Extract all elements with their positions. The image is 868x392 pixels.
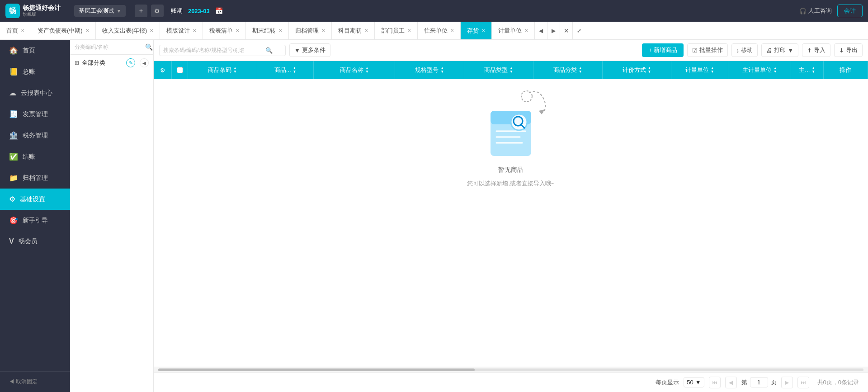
tab-period-transfer-close[interactable]: ✕ — [278, 28, 282, 33]
sidebar-item-reports[interactable]: ☁ 云报表中心 — [0, 82, 70, 104]
filter-button[interactable]: ▼ 更多条件 — [289, 43, 330, 57]
category-edit-icon[interactable]: ✎ — [126, 58, 135, 67]
th-name-label: 商品名称 — [340, 66, 363, 74]
horizontal-scrollbar[interactable] — [154, 367, 868, 372]
sidebar-item-ledger[interactable]: 📒 总账 — [0, 61, 70, 82]
tab-subject[interactable]: 科目期初 ✕ — [332, 22, 375, 40]
sort-arrows-price-method[interactable]: ▲▼ — [648, 66, 651, 74]
add-button[interactable]: ＋ — [135, 5, 147, 17]
import-button[interactable]: ⬆ 导入 — [802, 43, 830, 57]
sidebar-item-home[interactable]: 🏠 首页 — [0, 40, 70, 61]
member-icon: V — [9, 237, 14, 246]
sidebar-item-close[interactable]: ✅ 结账 — [0, 146, 70, 167]
th-spec[interactable]: 规格型号 ▲▼ — [395, 61, 464, 79]
sort-arrows-extra[interactable]: ▲▼ — [811, 66, 815, 74]
page-number-input[interactable] — [750, 377, 768, 387]
table-scroll-area[interactable]: 暂无商品 您可以选择新增,或者直接导入哦~ — [154, 79, 868, 367]
tab-tax-label: 税表清单 — [209, 27, 233, 35]
settings-icon[interactable]: ⚙ — [151, 5, 164, 17]
th-code[interactable]: 商品... ▲▼ — [257, 61, 314, 79]
th-category[interactable]: 商品分类 ▲▼ — [533, 61, 603, 79]
th-name[interactable]: 商品名称 ▲▼ — [314, 61, 395, 79]
tab-expand-btn[interactable]: ⤢ — [573, 22, 585, 40]
tab-archive[interactable]: 归档管理 ✕ — [289, 22, 332, 40]
th-price-method[interactable]: 计价方式 ▲▼ — [603, 61, 672, 79]
tab-archive-close[interactable]: ✕ — [321, 28, 325, 33]
tab-inventory-close[interactable]: ✕ — [481, 28, 485, 33]
sidebar-unpin-button[interactable]: ◀ 取消固定 — [0, 371, 70, 392]
category-all-item[interactable]: ⊞ 全部分类 ✎ ◀ — [70, 55, 153, 71]
sidebar-invoice-label: 发票管理 — [23, 110, 48, 118]
tab-template-close[interactable]: ✕ — [193, 28, 196, 33]
tab-archive-label: 归档管理 — [295, 27, 319, 35]
sort-arrows-type[interactable]: ▲▼ — [509, 66, 513, 74]
sidebar-item-invoice[interactable]: 🧾 发票管理 — [0, 104, 70, 125]
tab-tax-close[interactable]: ✕ — [236, 28, 239, 33]
ai-service-button[interactable]: 🎧 人工咨询 — [799, 7, 832, 15]
tab-balance-sheet-close[interactable]: ✕ — [85, 28, 89, 33]
tab-contacts[interactable]: 往来单位 ✕ — [418, 22, 461, 40]
sidebar-item-settings[interactable]: ⚙ 基础设置 — [0, 189, 70, 210]
sidebar-item-archive[interactable]: 📁 归档管理 — [0, 167, 70, 189]
company-selector[interactable]: 基层工会测试 ▼ — [74, 5, 126, 17]
tab-unit-close[interactable]: ✕ — [524, 28, 528, 33]
tab-balance-sheet-label: 资产负债表(中期) — [38, 27, 83, 35]
sort-arrows-name[interactable]: ▲▼ — [365, 66, 369, 74]
sort-arrows-category[interactable]: ▲▼ — [579, 66, 582, 74]
account-button[interactable]: 会计 — [837, 5, 863, 17]
th-unit[interactable]: 计量单位 ▲▼ — [671, 61, 728, 79]
tab-dept-label: 部门员工 — [381, 27, 405, 35]
tab-dept[interactable]: 部门员工 ✕ — [375, 22, 418, 40]
sidebar-item-tax[interactable]: 🏦 税务管理 — [0, 125, 70, 146]
sidebar-item-guide[interactable]: 🎯 新手引导 — [0, 210, 70, 231]
tab-dept-close[interactable]: ✕ — [407, 28, 411, 33]
add-product-button[interactable]: + 新增商品 — [642, 43, 683, 57]
th-settings[interactable]: ⚙ — [154, 61, 172, 79]
tab-next-btn[interactable]: ▶ — [547, 22, 560, 40]
next-page-button[interactable]: ▶ — [781, 377, 793, 388]
sidebar-item-member[interactable]: V 畅会员 — [0, 231, 70, 252]
product-search-input[interactable] — [163, 47, 263, 53]
sort-arrows-spec[interactable]: ▲▼ — [440, 66, 444, 74]
th-extra[interactable]: 主... ▲▼ — [791, 61, 823, 79]
batch-operation-button[interactable]: ☑ 批量操作 — [687, 43, 728, 57]
export-button[interactable]: ⬇ 导出 — [834, 43, 863, 57]
category-search-icon[interactable]: 🔍 — [145, 43, 153, 51]
tab-income-close[interactable]: ✕ — [150, 28, 153, 33]
sort-arrows-barcode[interactable]: ▲▼ — [233, 66, 237, 74]
th-type[interactable]: 商品类型 ▲▼ — [464, 61, 533, 79]
th-checkbox[interactable] — [172, 61, 188, 79]
select-all-checkbox[interactable] — [177, 67, 183, 73]
tab-unit[interactable]: 计量单位 ✕ — [492, 22, 535, 40]
move-button[interactable]: ↕ 移动 — [731, 43, 758, 57]
print-button[interactable]: 🖨 打印 ▼ — [761, 43, 798, 57]
first-page-button[interactable]: ⏮ — [709, 377, 721, 388]
th-main-unit[interactable]: 主计量单位 ▲▼ — [728, 61, 791, 79]
last-page-button[interactable]: ⏭ — [797, 377, 809, 388]
tab-prev-btn[interactable]: ◀ — [535, 22, 547, 40]
tab-income[interactable]: 收入支出表(年报) ✕ — [96, 22, 160, 40]
product-search-icon[interactable]: 🔍 — [265, 47, 273, 54]
tab-subject-close[interactable]: ✕ — [364, 28, 368, 33]
sort-arrows-main-unit[interactable]: ▲▼ — [774, 66, 777, 74]
th-barcode[interactable]: 商品条码 ▲▼ — [188, 61, 257, 79]
tab-home-close[interactable]: ✕ — [21, 28, 24, 33]
tab-contacts-close[interactable]: ✕ — [450, 28, 454, 33]
scrollbar-thumb[interactable] — [158, 368, 475, 371]
sort-arrows-code[interactable]: ▲▼ — [293, 66, 297, 74]
sort-arrows-unit[interactable]: ▲▼ — [711, 66, 714, 74]
panel-collapse-button[interactable]: ◀ — [140, 58, 149, 67]
tab-inventory[interactable]: 存货 ✕ — [461, 22, 492, 40]
tab-close-all-btn[interactable]: ✕ — [560, 22, 573, 40]
per-page-select[interactable]: 50 ▼ — [684, 377, 704, 387]
tab-tax[interactable]: 税表清单 ✕ — [203, 22, 246, 40]
prev-page-button[interactable]: ◀ — [725, 377, 737, 388]
calendar-icon[interactable]: 📅 — [215, 7, 223, 14]
tab-template[interactable]: 模版设计 ✕ — [160, 22, 203, 40]
tab-home[interactable]: 首页 ✕ — [0, 22, 31, 40]
category-search-input[interactable] — [75, 44, 142, 50]
tab-period-transfer[interactable]: 期末结转 ✕ — [246, 22, 289, 40]
tab-balance-sheet[interactable]: 资产负债表(中期) ✕ — [31, 22, 96, 40]
th-barcode-label: 商品条码 — [208, 66, 231, 74]
scrollbar-track[interactable] — [158, 368, 863, 371]
